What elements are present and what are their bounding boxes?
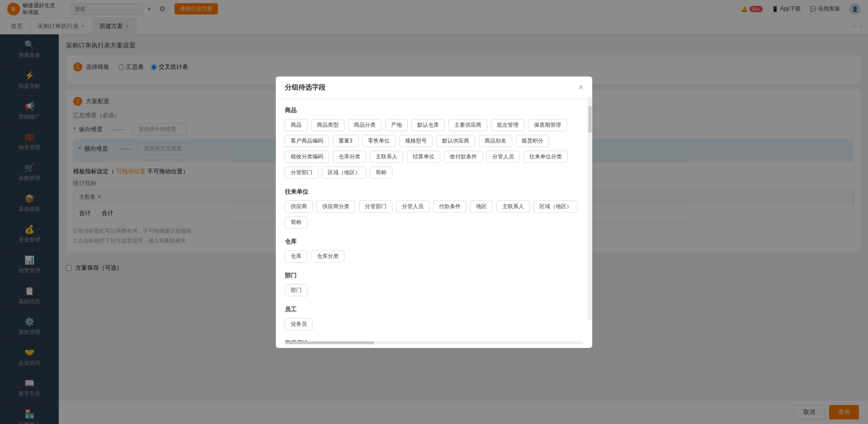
field-tag-warehouse-cat[interactable]: 仓库分类 bbox=[311, 250, 344, 262]
section-warehouse-tags: 仓库 仓库分类 bbox=[285, 250, 583, 262]
field-tag-related-unit-category[interactable]: 往来单位分类 bbox=[524, 151, 568, 163]
field-tag-goods-type[interactable]: 商品类型 bbox=[311, 119, 344, 131]
field-tag-goods[interactable]: 商品 bbox=[285, 119, 307, 131]
section-staff-title: 员工 bbox=[285, 305, 583, 314]
modal-overlay: 分组待选字段 × 商品 商品 商品类型 商品分类 产地 默认仓库 主要供应商 批… bbox=[0, 0, 868, 424]
section-partner: 往来单位 供应商 供应商分类 分管部门 分管人员 付款条件 地区 主联系人 区域… bbox=[285, 188, 583, 229]
field-tag-supplier[interactable]: 供应商 bbox=[285, 200, 313, 213]
section-goods: 商品 商品 商品类型 商品分类 产地 默认仓库 主要供应商 批次管理 保质期管理… bbox=[285, 106, 583, 179]
field-tag-customer-goods-code[interactable]: 客户商品编码 bbox=[285, 135, 329, 147]
section-partner-title: 往来单位 bbox=[285, 188, 583, 196]
field-tag-main-contact[interactable]: 主联系人 bbox=[370, 151, 403, 163]
field-tag-warehouse-category[interactable]: 仓库分类 bbox=[333, 151, 366, 163]
field-select-modal: 分组待选字段 × 商品 商品 商品类型 商品分类 产地 默认仓库 主要供应商 批… bbox=[276, 76, 592, 348]
field-tag-partner-short[interactable]: 简称 bbox=[285, 216, 307, 229]
field-tag-payment-terms[interactable]: 收付款条件 bbox=[444, 151, 483, 163]
field-tag-supplier-category[interactable]: 供应商分类 bbox=[316, 200, 355, 213]
section-warehouse-title: 仓库 bbox=[285, 238, 583, 246]
field-tag-spec-model[interactable]: 规格型号 bbox=[399, 135, 433, 147]
field-tag-origin[interactable]: 产地 bbox=[385, 119, 408, 131]
field-tag-shelf-life[interactable]: 保质期管理 bbox=[528, 119, 567, 131]
modal-v-scrollbar-thumb bbox=[588, 106, 592, 133]
field-tag-refine-points[interactable]: 炼货积分 bbox=[516, 135, 549, 147]
field-tag-main-supplier[interactable]: 主要供应商 bbox=[448, 119, 487, 131]
modal-body: 商品 商品 商品类型 商品分类 产地 默认仓库 主要供应商 批次管理 保质期管理… bbox=[276, 99, 592, 341]
field-tag-payment-cond[interactable]: 付款条件 bbox=[433, 200, 467, 213]
field-tag-weight3[interactable]: 重量3 bbox=[333, 135, 359, 147]
field-tag-partner-region[interactable]: 区域（地区） bbox=[533, 200, 578, 213]
section-staff: 员工 业务员 bbox=[285, 305, 583, 330]
section-dept-tags: 部门 bbox=[285, 284, 583, 296]
field-tag-short-name[interactable]: 简称 bbox=[370, 167, 392, 179]
field-tag-goods-category[interactable]: 商品分类 bbox=[348, 119, 382, 131]
modal-title: 分组待选字段 bbox=[285, 83, 326, 92]
modal-horizontal-scrollbar[interactable] bbox=[285, 341, 583, 344]
field-tag-dept[interactable]: 部门 bbox=[285, 284, 307, 296]
field-tag-settlement-unit[interactable]: 结算单位 bbox=[407, 151, 440, 163]
field-tag-region[interactable]: 区域（地区） bbox=[322, 167, 366, 179]
field-tag-district[interactable]: 地区 bbox=[470, 200, 493, 213]
field-tag-supervisor[interactable]: 分管人员 bbox=[486, 151, 520, 163]
field-tag-tax-code[interactable]: 税收分类编码 bbox=[285, 151, 329, 163]
section-staff-tags: 业务员 bbox=[285, 318, 583, 330]
field-tag-default-supplier[interactable]: 默认供应商 bbox=[436, 135, 475, 147]
field-tag-partner-contact[interactable]: 主联系人 bbox=[496, 200, 530, 213]
field-tag-batch-mgmt[interactable]: 批次管理 bbox=[491, 119, 524, 131]
section-warehouse: 仓库 仓库 仓库分类 bbox=[285, 238, 583, 262]
field-tag-partner-dept[interactable]: 分管部门 bbox=[359, 200, 392, 213]
modal-v-scrollbar[interactable] bbox=[588, 97, 592, 321]
modal-header: 分组待选字段 × bbox=[276, 76, 592, 99]
section-dept-title: 部门 bbox=[285, 272, 583, 280]
field-tag-managing-dept[interactable]: 分管部门 bbox=[285, 167, 318, 179]
field-tag-sales-staff[interactable]: 业务员 bbox=[285, 318, 313, 330]
modal-close-icon[interactable]: × bbox=[578, 83, 583, 92]
section-partner-tags: 供应商 供应商分类 分管部门 分管人员 付款条件 地区 主联系人 区域（地区） … bbox=[285, 200, 583, 229]
field-tag-goods-alias[interactable]: 商品别名 bbox=[479, 135, 512, 147]
modal-h-scrollbar-thumb bbox=[285, 341, 374, 344]
field-tag-warehouse[interactable]: 仓库 bbox=[285, 250, 307, 262]
section-goods-tags: 商品 商品类型 商品分类 产地 默认仓库 主要供应商 批次管理 保质期管理 客户… bbox=[285, 119, 583, 179]
field-tag-retail-unit[interactable]: 零售单位 bbox=[362, 135, 396, 147]
field-tag-default-warehouse[interactable]: 默认仓库 bbox=[411, 119, 445, 131]
section-dept: 部门 部门 bbox=[285, 272, 583, 296]
field-tag-partner-staff[interactable]: 分管人员 bbox=[396, 200, 429, 213]
section-goods-title: 商品 bbox=[285, 106, 583, 114]
